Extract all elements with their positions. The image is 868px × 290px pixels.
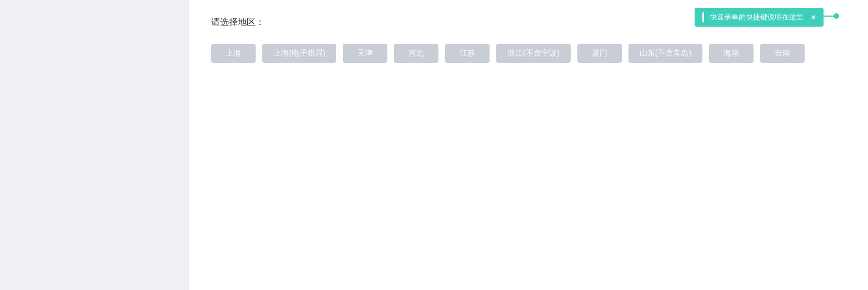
region-button-tianjin[interactable]: 天津 [343, 44, 387, 63]
tooltip-connector-line [822, 16, 834, 17]
tooltip-bar [702, 12, 704, 22]
region-button-yunnan[interactable]: 云南 [760, 44, 805, 63]
region-button-hebei[interactable]: 河北 [394, 44, 438, 63]
tooltip-connector-dot [834, 13, 839, 19]
region-button-zhejiang[interactable]: 浙江(不含宁波) [496, 44, 570, 63]
region-button-jiangsu[interactable]: 江苏 [445, 44, 490, 63]
tooltip-banner: 快速录单的快捷键说明在这里 × [695, 8, 824, 27]
tooltip-close-button[interactable]: × [809, 13, 816, 22]
sidebar [0, 0, 189, 290]
tooltip-text: 快速录单的快捷键说明在这里 [710, 12, 804, 22]
region-button-shanghai[interactable]: 上海 [211, 44, 256, 63]
region-button-xiamen[interactable]: 厦门 [577, 44, 622, 63]
main-content: 请选择地区： 上海上海(电子税局)天津河北江苏浙江(不含宁波)厦门山东(不含青岛… [189, 0, 868, 290]
region-button-hainan[interactable]: 海南 [709, 44, 754, 63]
region-buttons: 上海上海(电子税局)天津河北江苏浙江(不含宁波)厦门山东(不含青岛)海南云南 [211, 44, 846, 63]
region-button-shanghai-etax[interactable]: 上海(电子税局) [262, 44, 336, 63]
region-button-shandong[interactable]: 山东(不含青岛) [628, 44, 702, 63]
